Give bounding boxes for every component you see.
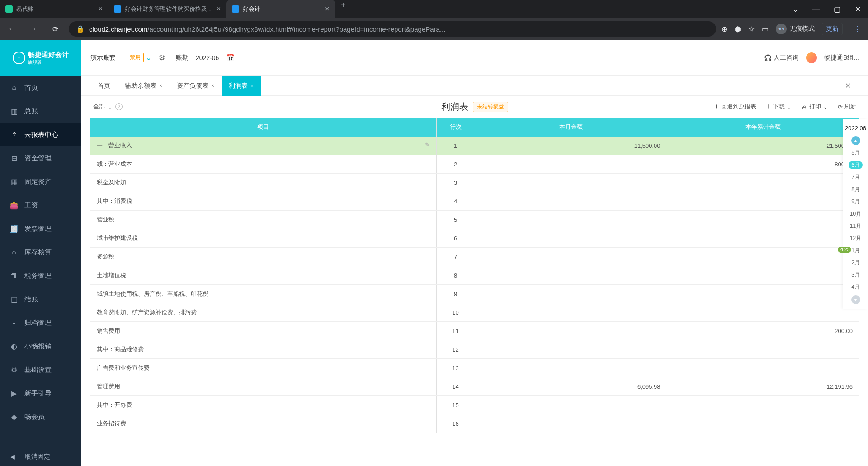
close-icon[interactable]: × <box>217 5 221 13</box>
page-tab-3[interactable]: 利润表× <box>222 76 261 96</box>
lock-icon: 🔒 <box>76 25 85 33</box>
rail-month[interactable]: 5月 <box>849 147 863 159</box>
sidebar-item-14[interactable]: ◆畅会员 <box>0 405 81 428</box>
close-icon[interactable]: × <box>250 83 254 89</box>
close-icon[interactable]: × <box>325 5 329 13</box>
gear-icon[interactable]: ⚙ <box>159 53 165 62</box>
download-button[interactable]: ⇩下载⌄ <box>766 103 792 111</box>
bookmark-icon[interactable]: ☆ <box>748 25 755 33</box>
account-name[interactable]: 演示账套 <box>90 54 116 62</box>
sidebar-item-6[interactable]: 🧾发票管理 <box>0 217 81 240</box>
cell-row: 7 <box>436 248 475 266</box>
sidebar-label: 税务管理 <box>24 272 52 280</box>
new-tab-button[interactable]: + <box>335 0 351 18</box>
incognito-label: 无痕模式 <box>789 25 815 33</box>
cell-row: 10 <box>436 303 475 322</box>
sidebar-item-13[interactable]: ▶新手引导 <box>0 381 81 405</box>
browser-tab-2[interactable]: 好会计 × <box>226 0 335 18</box>
avatar[interactable] <box>806 52 817 63</box>
consult-button[interactable]: 🎧 人工咨询 <box>764 54 799 62</box>
sidebar-item-5[interactable]: 👛工资 <box>0 193 81 217</box>
menu-icon[interactable]: ⋮ <box>850 25 864 33</box>
rail-month[interactable]: 9月 <box>849 196 863 208</box>
maximize-button[interactable]: ▢ <box>826 0 847 18</box>
rollback-button[interactable]: ⬇回退到原报表 <box>714 103 756 111</box>
table-row[interactable]: 管理费用 14 6,095.98 12,191.96 <box>90 377 859 396</box>
url-input[interactable]: 🔒 cloud2.chanjet.com/accounting/uh26t264… <box>69 21 716 37</box>
browser-tab-0[interactable]: 易代账 × <box>0 0 108 18</box>
page-tab-1[interactable]: 辅助余额表× <box>118 76 170 96</box>
table-row[interactable]: 一、营业收入✎ 1 11,500.00 21,500.00 <box>90 137 859 155</box>
rail-month[interactable]: 4月 <box>851 281 860 293</box>
sidebar-item-11[interactable]: ◐小畅报销 <box>0 334 81 358</box>
minimize-button[interactable]: ― <box>806 0 826 18</box>
sidebar-item-8[interactable]: 🗑税务管理 <box>0 264 81 287</box>
rail-month[interactable]: 2月 <box>851 257 860 269</box>
print-button[interactable]: 🖨打印⌄ <box>802 103 828 111</box>
period-value[interactable]: 2022-06 <box>196 54 219 61</box>
rail-up-icon[interactable]: ▲ <box>851 136 860 145</box>
sidebar-item-0[interactable]: ⌂首页 <box>0 76 81 99</box>
table-row[interactable]: 城镇土地使用税、房产税、车船税、印花税 9 <box>90 285 859 303</box>
rail-month[interactable]: 1月 <box>851 247 860 254</box>
extensions-icon[interactable]: ⬢ <box>735 25 741 33</box>
reload-button[interactable]: ⟳ <box>47 21 63 37</box>
table-row[interactable]: 营业税 5 <box>90 211 859 229</box>
rail-month[interactable]: 10月 <box>849 208 863 220</box>
table-row[interactable]: 业务招待费 16 <box>90 414 859 433</box>
back-button[interactable]: ← <box>4 21 20 37</box>
rail-year-top[interactable]: 2022.06 <box>845 122 866 134</box>
sidebar-item-10[interactable]: 🗄归档管理 <box>0 311 81 334</box>
table-row[interactable]: 其中：消费税 4 <box>90 192 859 211</box>
sidebar-label: 基础设置 <box>24 366 52 374</box>
table-row[interactable]: 广告费和业务宣传费 13 <box>90 359 859 377</box>
table-row[interactable]: 土地增值税 8 <box>90 266 859 285</box>
rail-month[interactable]: 8月 <box>849 184 863 196</box>
filter-dropdown[interactable]: 全部 ⌄ ? <box>93 103 123 111</box>
table-row[interactable]: 教育费附加、矿产资源补偿费、排污费 10 <box>90 303 859 322</box>
page-tab-2[interactable]: 资产负债表× <box>170 76 222 96</box>
sidebar-item-1[interactable]: ▥总账 <box>0 99 81 123</box>
sidebar-item-7[interactable]: ⌂库存核算 <box>0 240 81 264</box>
browser-tab-1[interactable]: 好会计财务管理软件购买价格及… × <box>108 0 226 18</box>
update-button[interactable]: 更新 <box>822 23 843 35</box>
rail-month[interactable]: 6月 <box>849 159 863 171</box>
reading-list-icon[interactable]: ▭ <box>762 25 769 33</box>
close-window-button[interactable]: ✕ <box>847 0 868 18</box>
rail-month[interactable]: 7月 <box>849 171 863 184</box>
page-tab-0[interactable]: 首页 <box>90 76 118 96</box>
table-row[interactable]: 销售费用 11 200.00 <box>90 322 859 340</box>
sidebar-item-2[interactable]: ⇡云报表中心 <box>0 123 81 146</box>
refresh-button[interactable]: ⟳刷新 <box>838 103 856 111</box>
sidebar-item-4[interactable]: ▦固定资产 <box>0 170 81 193</box>
close-icon[interactable]: × <box>159 83 162 89</box>
close-icon[interactable]: × <box>99 5 103 13</box>
sidebar-item-9[interactable]: ◫结账 <box>0 287 81 311</box>
topbar-right: 🎧 人工咨询 畅捷通B组... <box>764 52 859 63</box>
rail-month[interactable]: 11月 <box>849 220 863 232</box>
table-row[interactable]: 其中：开办费 15 <box>90 396 859 414</box>
sidebar-item-3[interactable]: ⊟资金管理 <box>0 146 81 170</box>
logo[interactable]: ↑ 畅捷通好会计 旗舰版 <box>0 40 81 76</box>
calendar-icon[interactable]: 📅 <box>226 53 235 62</box>
tab-dropdown-icon[interactable]: ⌄ <box>785 0 806 18</box>
rail-month[interactable]: 12月 <box>849 232 863 245</box>
unpin-button[interactable]: ◀⎸ 取消固定 <box>0 447 81 466</box>
table-row[interactable]: 其中：商品维修费 12 <box>90 340 859 359</box>
close-icon[interactable]: × <box>211 83 214 89</box>
table-row[interactable]: 资源税 7 <box>90 248 859 266</box>
sidebar-item-12[interactable]: ⚙基础设置 <box>0 358 81 381</box>
close-all-icon[interactable]: ✕ <box>845 81 851 90</box>
table-row[interactable]: 税金及附加 3 <box>90 174 859 192</box>
rail-month[interactable]: 3月 <box>851 269 860 281</box>
forward-button[interactable]: → <box>25 21 42 37</box>
username[interactable]: 畅捷通B组... <box>824 54 859 62</box>
help-icon[interactable]: ? <box>115 103 123 110</box>
edit-icon[interactable]: ✎ <box>425 141 430 148</box>
table-row[interactable]: 城市维护建设税 6 <box>90 229 859 248</box>
rail-down-icon[interactable]: ▼ <box>851 295 860 304</box>
chevron-down-icon[interactable]: ⌄ <box>146 53 151 62</box>
table-row[interactable]: 减：营业成本 2 800.00 <box>90 155 859 174</box>
fullscreen-icon[interactable]: ⛶ <box>856 81 863 90</box>
zoom-icon[interactable]: ⊕ <box>722 25 727 33</box>
